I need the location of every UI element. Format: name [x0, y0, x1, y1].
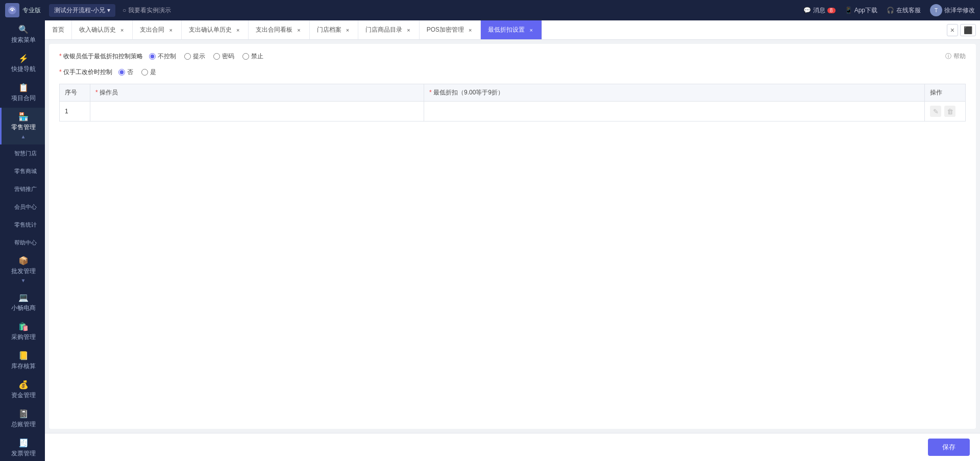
radio-forbid-input[interactable] [242, 53, 249, 60]
online-service-button[interactable]: 🎧 在线客服 [887, 6, 921, 15]
col-header-action: 操作 [925, 84, 966, 102]
tab-expense-confirm[interactable]: 支出确认单历史 × [182, 20, 249, 40]
logo-icon [5, 3, 19, 17]
laptop-icon: 💻 [18, 294, 29, 302]
tab-close-expense[interactable]: × [167, 27, 174, 34]
sidebar-item-inventory[interactable]: 📒 库存核算 [0, 347, 45, 376]
sidebar-label-retail-stats: 零售统计 [14, 221, 37, 229]
policy-radio-group: 不控制 提示 密码 禁止 [149, 52, 263, 61]
sidebar-item-retail[interactable]: 🏪 零售管理 ▲ [0, 108, 45, 144]
manual-label: 仅手工改价时控制 [59, 68, 112, 77]
sidebar-label-nav: 快捷导航 [11, 65, 36, 74]
tab-close-income[interactable]: × [119, 27, 125, 34]
sidebar-item-help[interactable]: 帮助中心 [0, 234, 45, 252]
tab-close-discount[interactable]: × [528, 27, 534, 34]
radio-no-control[interactable]: 不控制 [149, 52, 176, 61]
sidebar-item-member[interactable]: 会员中心 [0, 198, 45, 216]
sidebar-label-search: 搜索菜单 [11, 36, 36, 44]
phone-icon: 📱 [845, 7, 852, 14]
tab-bar: 首页 收入确认历史 × 支出合同 × 支出确认单历史 × 支出合同看板 × 门店… [45, 20, 980, 40]
tab-pos-encrypt[interactable]: POS加密管理 × [420, 20, 481, 40]
col-header-seq: 序号 [60, 84, 90, 102]
sidebar-label-marketing: 营销推广 [14, 185, 37, 193]
radio-prompt-input[interactable] [184, 53, 191, 60]
delete-row-button[interactable]: 🗑 [944, 106, 955, 117]
expand-tab-button[interactable]: ⬛ [960, 24, 976, 36]
edit-row-button[interactable]: ✎ [930, 106, 941, 117]
sidebar-item-nav[interactable]: ⚡ 快捷导航 [0, 50, 45, 79]
tab-close-confirm[interactable]: × [235, 27, 241, 34]
logo-text: 专业版 [22, 6, 41, 15]
cart-icon: 🛍️ [18, 323, 29, 331]
tab-min-discount[interactable]: 最低折扣设置 × [481, 20, 542, 40]
tab-income-history[interactable]: 收入确认历史 × [72, 20, 133, 40]
tab-contract-board[interactable]: 支出合同看板 × [249, 20, 309, 40]
radio-no-control-input[interactable] [149, 53, 156, 60]
cell-seq: 1 [60, 102, 90, 122]
cell-discount [424, 102, 925, 122]
form-row-manual: 仅手工改价时控制 否 是 [59, 68, 966, 77]
tab-close-pos[interactable]: × [467, 27, 473, 34]
radio-no[interactable]: 否 [118, 68, 133, 77]
help-circle-icon: ⓘ [945, 52, 951, 61]
radio-yes-input[interactable] [141, 69, 148, 76]
messages-button[interactable]: 💬 消息 8 [803, 6, 836, 15]
radio-password[interactable]: 密码 [213, 52, 234, 61]
sidebar-label-wholesale: 批发管理 [11, 267, 36, 276]
avatar: T [930, 4, 942, 16]
tab-close-catalog[interactable]: × [405, 27, 411, 34]
cell-operator [90, 102, 424, 122]
action-icons: ✎ 🗑 [930, 106, 960, 117]
policy-label: 收银员低于最低折扣控制策略 [59, 52, 143, 61]
sidebar-item-ecommerce[interactable]: 💻 小畅电商 [0, 288, 45, 318]
doc-icon: 📋 [18, 84, 29, 92]
sidebar: 🔍 搜索菜单 ⚡ 快捷导航 📋 项目合同 🏪 零售管理 ▲ 智慧门店 零售商城 … [0, 20, 45, 461]
tab-expense-contract[interactable]: 支出合同 × [133, 20, 181, 40]
sidebar-label-invoice: 发票管理 [11, 449, 36, 458]
app-download-button[interactable]: 📱 App下载 [845, 6, 877, 15]
discount-table: 序号 操作员 最低折扣（9.00等于9折） 操作 [59, 84, 966, 122]
sidebar-item-smart-store[interactable]: 智慧门店 [0, 144, 45, 162]
sidebar-item-mall[interactable]: 零售商城 [0, 162, 45, 180]
close-tab-button[interactable]: × [947, 24, 958, 36]
page-panel: 收银员低于最低折扣控制策略 不控制 提示 密码 [49, 44, 976, 429]
sidebar-label-purchase: 采购管理 [11, 333, 36, 342]
sidebar-item-contract[interactable]: 📋 项目合同 [0, 79, 45, 108]
radio-no-input[interactable] [118, 69, 125, 76]
sidebar-item-invoice[interactable]: 🧾 发票管理 [0, 434, 45, 461]
radio-prompt[interactable]: 提示 [184, 52, 205, 61]
sidebar-label-mall: 零售商城 [14, 167, 37, 175]
tab-home[interactable]: 首页 [45, 20, 72, 40]
logo: 专业版 [5, 3, 41, 17]
sidebar-item-marketing[interactable]: 营销推广 [0, 180, 45, 198]
radio-forbid[interactable]: 禁止 [242, 52, 263, 61]
sidebar-label-help: 帮助中心 [14, 239, 37, 247]
save-button[interactable]: 保存 [928, 439, 970, 456]
manual-radio-group: 否 是 [118, 68, 156, 77]
sidebar-item-retail-stats[interactable]: 零售统计 [0, 216, 45, 234]
sidebar-item-finance[interactable]: 💰 资金管理 [0, 376, 45, 405]
help-button[interactable]: ⓘ 帮助 [945, 52, 966, 61]
radio-yes[interactable]: 是 [141, 68, 156, 77]
tab-close-board[interactable]: × [296, 27, 302, 34]
sidebar-item-ledger[interactable]: 📓 总账管理 [0, 405, 45, 434]
sidebar-item-purchase[interactable]: 🛍️ 采购管理 [0, 318, 45, 347]
delete-icon: 🗑 [947, 108, 953, 115]
money-icon: 💰 [18, 381, 29, 389]
tab-close-store[interactable]: × [345, 27, 351, 34]
radio-password-input[interactable] [213, 53, 220, 60]
sidebar-label-contract: 项目合同 [11, 94, 36, 103]
receipt-icon: 🧾 [18, 439, 29, 447]
edit-icon: ✎ [933, 108, 939, 115]
user-menu[interactable]: T 徐泽华修改 [930, 4, 975, 16]
tab-store-file[interactable]: 门店档案 × [310, 20, 358, 40]
demo-link[interactable]: ○ 我要看实例演示 [122, 6, 171, 15]
tab-product-catalog[interactable]: 门店商品目录 × [358, 20, 419, 40]
sidebar-label-ledger: 总账管理 [11, 420, 36, 429]
project-selector[interactable]: 测试分开流程-小兄 ▾ [49, 4, 115, 17]
sidebar-label-retail: 零售管理 [11, 123, 36, 132]
sidebar-label-ecommerce: 小畅电商 [11, 304, 36, 312]
sidebar-item-search[interactable]: 🔍 搜索菜单 [0, 20, 45, 50]
sidebar-label-member: 会员中心 [14, 203, 37, 211]
sidebar-item-wholesale[interactable]: 📦 批发管理 ▼ [0, 252, 45, 288]
